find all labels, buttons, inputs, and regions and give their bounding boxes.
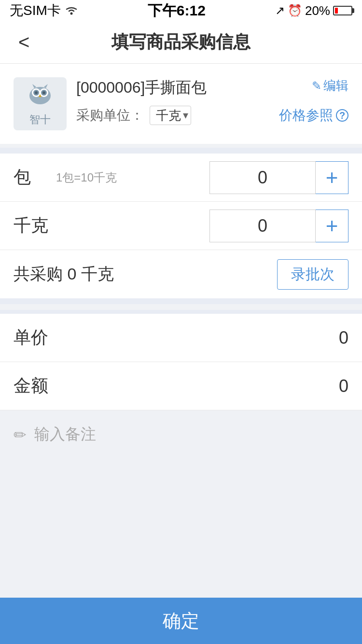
product-card: 智十 [0000006]手撕面包 ✎ 编辑 采购单位： 千克 价格参照 ? xyxy=(0,64,362,148)
alarm-icon: ⏰ xyxy=(288,4,302,17)
svg-point-0 xyxy=(70,13,72,15)
amount-row: 金额 0 xyxy=(0,362,362,410)
product-info: [0000006]手撕面包 ✎ 编辑 采购单位： 千克 价格参照 ? xyxy=(76,77,348,125)
bao-label: 包 xyxy=(14,166,52,189)
amount-value: 0 xyxy=(339,376,348,396)
unit-label: 采购单位： xyxy=(76,106,144,125)
svg-point-6 xyxy=(35,91,38,94)
unit-price-value: 0 xyxy=(339,328,348,348)
price-section: 单价 0 金额 0 xyxy=(0,310,362,410)
kg-label: 千克 xyxy=(14,214,52,238)
battery-icon xyxy=(333,6,352,15)
battery-percent: 20% xyxy=(305,3,330,18)
summary-text: 共采购 0 千克 xyxy=(14,263,114,285)
confirm-button[interactable]: 确定 xyxy=(0,598,362,644)
unit-row: 采购单位： 千克 xyxy=(76,106,191,125)
status-carrier: 无SIM卡 xyxy=(10,1,78,20)
section-divider-1 xyxy=(0,148,362,154)
status-bar: 无SIM卡 下午6:12 ↗ ⏰ 20% xyxy=(0,0,362,21)
input-section: 包 1包=10千克 + 千克 + xyxy=(0,154,362,250)
note-area[interactable]: ✏ 输入备注 xyxy=(0,410,362,478)
bao-input-row: 包 1包=10千克 + xyxy=(0,154,362,202)
bao-input-right: + xyxy=(209,161,348,194)
edit-button[interactable]: ✎ 编辑 xyxy=(312,77,348,94)
product-icon xyxy=(26,81,55,111)
svg-point-7 xyxy=(42,91,45,94)
note-placeholder: 输入备注 xyxy=(34,424,96,445)
status-right: ↗ ⏰ 20% xyxy=(275,3,352,18)
kg-quantity-input[interactable] xyxy=(209,210,316,242)
bao-sub-label: 1包=10千克 xyxy=(56,170,209,185)
unit-price-row: 单价 0 xyxy=(0,314,362,362)
confirm-label: 确定 xyxy=(163,609,199,633)
product-name: [0000006]手撕面包 xyxy=(76,77,207,98)
status-time: 下午6:12 xyxy=(148,1,206,21)
edit-label: 编辑 xyxy=(323,77,348,94)
nav-bar: < 填写商品采购信息 xyxy=(0,21,362,64)
kg-input-right: + xyxy=(209,210,348,242)
price-reference-button[interactable]: 价格参照 ? xyxy=(279,106,348,125)
amount-label: 金额 xyxy=(14,374,48,398)
pencil-icon: ✏ xyxy=(14,426,27,444)
info-icon: ? xyxy=(336,109,348,122)
section-divider-2 xyxy=(0,298,362,304)
location-icon: ↗ xyxy=(275,4,285,17)
summary-row: 共采购 0 千克 录批次 xyxy=(0,250,362,298)
batch-button[interactable]: 录批次 xyxy=(277,259,348,290)
product-thumbnail: 智十 xyxy=(14,77,67,130)
page-title: 填写商品采购信息 xyxy=(111,30,251,54)
bao-plus-button[interactable]: + xyxy=(316,161,348,194)
wifi-icon xyxy=(65,3,78,18)
edit-icon: ✎ xyxy=(312,79,321,93)
brand-label: 智十 xyxy=(29,112,51,127)
bao-quantity-input[interactable] xyxy=(209,161,316,194)
kg-input-row: 千克 + xyxy=(0,202,362,250)
kg-plus-button[interactable]: + xyxy=(316,210,348,242)
unit-price-label: 单价 xyxy=(14,326,48,350)
back-button[interactable]: < xyxy=(14,27,34,58)
price-ref-label: 价格参照 xyxy=(279,106,333,125)
unit-select-wrapper[interactable]: 千克 xyxy=(150,107,191,124)
unit-select[interactable]: 千克 xyxy=(150,106,191,125)
carrier-text: 无SIM卡 xyxy=(10,1,61,20)
